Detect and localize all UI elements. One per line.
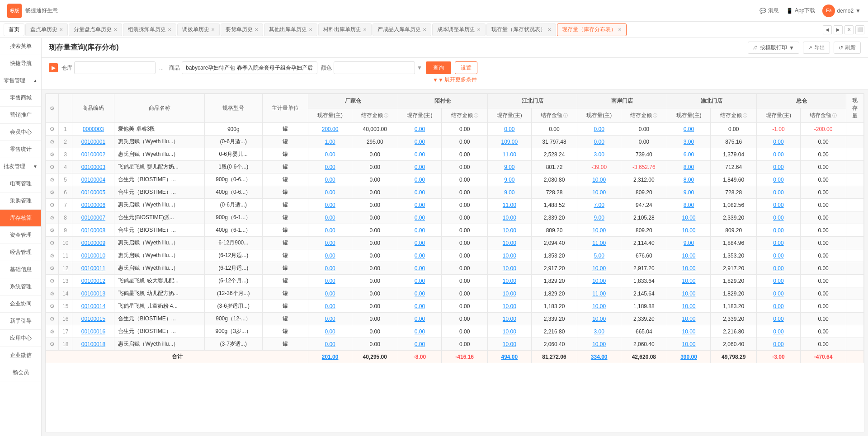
col-code[interactable]: 00100013 (72, 287, 114, 300)
col-code[interactable]: 00100005 (72, 186, 114, 199)
sidebar-item-quicknav[interactable]: 快捷导航 (0, 55, 41, 72)
tab-close-2[interactable]: ✕ (113, 27, 117, 32)
col-code[interactable]: 00100008 (72, 224, 114, 237)
row-settings-icon[interactable]: ⚙ (50, 215, 55, 221)
col-na-qty[interactable]: 10.00 (577, 313, 621, 325)
col-yb-qty[interactable]: 6.00 (667, 148, 711, 161)
info-icon-1[interactable]: ⓘ (384, 113, 388, 118)
col-yb-qty[interactable]: 10.00 (667, 249, 711, 262)
col-yb-qty[interactable]: 10.00 (667, 325, 711, 338)
col-fj-qty[interactable]: 1.00 (308, 136, 352, 148)
col-total-qty[interactable]: 0.00 (757, 287, 801, 300)
tab-close[interactable]: ✕ (59, 27, 63, 32)
row-settings-icon[interactable]: ⚙ (50, 151, 55, 158)
total-na-qty[interactable]: 334.00 (577, 351, 621, 363)
col-total-qty[interactable]: 0.00 (757, 148, 801, 161)
total-yb-qty[interactable]: 390.00 (667, 351, 711, 363)
col-na-qty[interactable]: 10.00 (577, 262, 621, 275)
sidebar-item-vip[interactable]: 畅会员 (0, 364, 41, 381)
total-mc-qty[interactable]: -8.00 (398, 351, 442, 363)
tab-cailiao[interactable]: 材料出库单历史 ✕ (318, 23, 372, 36)
col-mc-qty[interactable]: 0.00 (398, 148, 442, 161)
col-na-qty[interactable]: 10.00 (577, 275, 621, 287)
col-code[interactable]: 00100003 (72, 161, 114, 173)
row-settings-icon[interactable]: ⚙ (50, 177, 55, 183)
info-icon-4[interactable]: ⓘ (653, 113, 657, 118)
tab-xiancun-state[interactable]: 现存量（库存状况表） ✕ (486, 23, 556, 36)
sidebar-item-member[interactable]: 会员中心 (0, 124, 41, 141)
col-total-qty[interactable]: 0.00 (757, 161, 801, 173)
col-total-qty[interactable]: 0.00 (757, 325, 801, 338)
col-na-qty[interactable]: 11.00 (577, 287, 621, 300)
tab-chengpin[interactable]: 产成品入库单历史 ✕ (373, 23, 431, 36)
col-code[interactable]: 00100007 (72, 211, 114, 224)
col-total-qty[interactable]: 0.00 (757, 211, 801, 224)
col-total-qty[interactable]: 0.00 (757, 262, 801, 275)
tab-pandian[interactable]: 盘点单历史 ✕ (25, 23, 68, 36)
col-code[interactable]: 00100011 (72, 262, 114, 275)
col-mc-qty[interactable]: 0.00 (398, 275, 442, 287)
col-mc-qty[interactable]: 0.00 (398, 249, 442, 262)
col-fj-qty[interactable]: 0.00 (308, 338, 352, 351)
col-jb-qty[interactable]: 10.00 (488, 262, 532, 275)
col-fj-qty[interactable]: 0.00 (308, 287, 352, 300)
col-jb-qty[interactable]: 10.00 (488, 325, 532, 338)
col-fj-qty[interactable]: 0.00 (308, 224, 352, 237)
tab-home[interactable]: 首页 (4, 23, 24, 36)
col-mc-qty[interactable]: 0.00 (398, 161, 442, 173)
col-jb-qty[interactable]: 11.00 (488, 148, 532, 161)
tab-maximize-btn[interactable]: ⬜ (855, 25, 864, 34)
col-mc-qty[interactable]: 0.00 (398, 300, 442, 313)
sidebar-item-finance[interactable]: 资金管理 (0, 227, 41, 244)
query-button[interactable]: 查询 (426, 61, 451, 74)
col-code[interactable]: 00100006 (72, 199, 114, 211)
tab-close-all-btn[interactable]: ✕ (844, 25, 854, 34)
col-jb-qty[interactable]: 9.00 (488, 161, 532, 173)
col-yb-qty[interactable]: 10.00 (667, 275, 711, 287)
col-code[interactable]: 0000003 (72, 123, 114, 136)
col-mc-qty[interactable]: 0.00 (398, 173, 442, 186)
col-na-qty[interactable]: 7.00 (577, 199, 621, 211)
sidebar-item-marketing[interactable]: 营销推广 (0, 107, 41, 124)
col-na-qty[interactable]: 10.00 (577, 300, 621, 313)
tab-close-6[interactable]: ✕ (309, 27, 312, 32)
col-code[interactable]: 00100001 (72, 136, 114, 148)
sidebar-item-system[interactable]: 系统管理 (0, 278, 41, 295)
col-fj-qty[interactable]: 0.00 (308, 249, 352, 262)
sidebar-item-ecommerce[interactable]: 电商管理 (0, 175, 41, 192)
col-fj-qty[interactable]: 200.00 (308, 123, 352, 136)
col-yb-qty[interactable]: 0.00 (667, 123, 711, 136)
tab-qitachu[interactable]: 其他出库单历史 ✕ (264, 23, 317, 36)
user-profile[interactable]: Ea demo2 ▼ (822, 5, 861, 17)
col-jb-qty[interactable]: 10.00 (488, 338, 532, 351)
info-icon-2[interactable]: ⓘ (474, 113, 478, 118)
col-mc-qty[interactable]: 0.00 (398, 313, 442, 325)
col-code[interactable]: 00100015 (72, 313, 114, 325)
sidebar-item-retail-stats[interactable]: 零售统计 (0, 141, 41, 158)
expand-conditions-btn[interactable]: ▼▼ 展开更多条件 (433, 76, 477, 84)
col-mc-qty[interactable]: 0.00 (398, 136, 442, 148)
col-mc-qty[interactable]: 0.00 (398, 325, 442, 338)
sidebar-item-operation[interactable]: 经营管理 (0, 244, 41, 261)
col-code[interactable]: 00100004 (72, 173, 114, 186)
col-mc-qty[interactable]: 0.00 (398, 123, 442, 136)
row-settings-icon[interactable]: ⚙ (50, 202, 55, 208)
col-yb-qty[interactable]: 9.00 (667, 186, 711, 199)
tab-prev-btn[interactable]: ◀ (823, 25, 832, 34)
col-na-qty[interactable]: 11.00 (577, 237, 621, 249)
tab-close-7[interactable]: ✕ (363, 27, 367, 32)
col-na-qty[interactable]: 10.00 (577, 186, 621, 199)
row-settings-icon[interactable]: ⚙ (50, 164, 55, 170)
tab-next-btn[interactable]: ▶ (834, 25, 843, 34)
col-total-qty[interactable]: 0.00 (757, 313, 801, 325)
col-jb-qty[interactable]: 9.00 (488, 186, 532, 199)
sidebar-item-wechat[interactable]: 企业微信 (0, 347, 41, 364)
row-settings-icon[interactable]: ⚙ (50, 328, 55, 335)
col-mc-qty[interactable]: 0.00 (398, 262, 442, 275)
col-code[interactable]: 00100018 (72, 338, 114, 351)
sidebar-item-wholesale-mgmt[interactable]: 批发管理▼ (0, 158, 41, 175)
sidebar-item-guide[interactable]: 新手引导 (0, 313, 41, 330)
info-icon-5[interactable]: ⓘ (743, 113, 747, 118)
sidebar-item-inventory[interactable]: 库存核算 (0, 210, 41, 227)
col-total-qty[interactable]: 0.00 (757, 275, 801, 287)
